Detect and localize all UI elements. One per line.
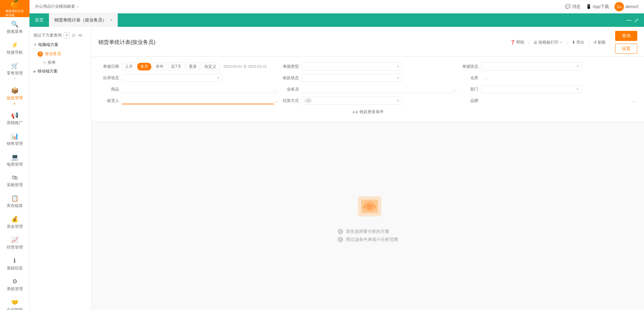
date-btn-custom[interactable]: 自定义	[201, 63, 219, 70]
filter-salesperson: 业务员 ...	[278, 84, 458, 95]
tab-actions: — ⤢	[626, 17, 644, 23]
page-header: 销货单统计表(按业务员) ❓ 帮助 | 🖨 按模板打印 ▼ | ⬇	[92, 27, 644, 57]
date-label: 单据日期	[98, 64, 122, 69]
sidebar-item-search[interactable]: 🔍 搜索菜单	[0, 17, 29, 38]
settings-button[interactable]: 设置	[615, 44, 637, 54]
tab-home-label: 首页	[35, 17, 44, 23]
salesperson-label: 业务员	[278, 87, 302, 92]
warehouse-input[interactable]: ...	[481, 74, 490, 82]
retail-icon: 🛒	[11, 62, 18, 69]
logo-text: 畅捷通好生意标准版	[6, 9, 24, 17]
filter-settlement: 结算方式 × ▾	[278, 95, 458, 106]
date-btn-last-month[interactable]: 上月	[122, 63, 136, 70]
date-range: 2023-03-01 至 2023-03-31	[223, 64, 267, 69]
goods-input[interactable]: ...	[122, 86, 278, 93]
help-btn[interactable]: ❓ 帮助	[510, 40, 524, 45]
avatar: Ea	[614, 2, 624, 11]
settlement-content: × ▾	[302, 97, 458, 105]
status-select[interactable]: ▾	[481, 62, 582, 70]
sidebar-item-basic[interactable]: ℹ 基础信息	[0, 254, 29, 274]
payment-select[interactable]: ▾	[302, 74, 402, 82]
app-icon: 📱	[586, 4, 591, 9]
goods-ellipsis: ...	[273, 87, 277, 92]
sidebar-item-inventory[interactable]: 📋 库存核算	[0, 191, 29, 212]
tree-mobile-scheme[interactable]: ▶ 移动端方案	[30, 67, 91, 76]
brand-label: 品牌	[458, 98, 481, 104]
filter-payment: 收款状态 ▾	[278, 72, 458, 84]
dept-select[interactable]: ▾	[481, 85, 582, 93]
message-btn[interactable]: 💬 消息	[565, 4, 581, 10]
filter-area: 单据日期 上月 本月 本年 近7天 更多 自定义 2023-03-01 至 20…	[92, 57, 644, 122]
date-btn-this-month[interactable]: 本月	[137, 63, 151, 70]
settlement-tag-close-btn[interactable]: ×	[308, 99, 310, 103]
tip-num-1: 1	[338, 229, 343, 234]
refresh-btn[interactable]: ↺ 刷新	[593, 40, 606, 45]
ecommerce-icon: 💻	[11, 153, 18, 161]
sidebar-item-cooperation[interactable]: 🤝 企业协同	[0, 295, 29, 310]
tab-close-btn[interactable]: ×	[110, 18, 112, 22]
tip-item-1: 1 请先选择要分析的方案	[338, 228, 398, 235]
salesperson-input[interactable]: ...	[302, 86, 458, 93]
tree-child-salesperson[interactable]: 员 按业务员	[30, 49, 91, 58]
shortcut-icon: ⚡	[11, 41, 18, 49]
payment-content: ▾	[302, 74, 458, 82]
empty-state: 1 请先选择要分析的方案 2 用过滤条件来缩小分析范围	[92, 122, 644, 310]
tab-expand-btn[interactable]: ⤢	[634, 17, 639, 23]
user-menu[interactable]: Ea demo2	[614, 2, 639, 11]
sidebar-item-operations[interactable]: 📈 经营管理	[0, 233, 29, 254]
sidebar-item-system[interactable]: ⚙ 系统管理	[0, 274, 29, 295]
collapse-panel-btn[interactable]: ≪	[78, 33, 83, 38]
type-arrow-icon: ▾	[397, 64, 399, 69]
tip-text-2: 用过滤条件来缩小分析范围	[346, 237, 398, 243]
sidebar-item-label: 企业协同	[7, 307, 23, 310]
print-btn[interactable]: 🖨 按模板打印 ▼	[533, 40, 563, 45]
sidebar-item-shortcut[interactable]: ⚡ 快捷导航	[0, 38, 29, 59]
salesperson-scheme-label: 按业务员	[45, 51, 61, 57]
consignee-label: 收货人	[98, 98, 122, 104]
settlement-label: 结算方式	[278, 98, 302, 104]
out-status-select[interactable]: ▾	[122, 74, 222, 82]
sidebar-item-ecommerce[interactable]: 💻 电商管理	[0, 150, 29, 171]
app-download-btn[interactable]: 📱 App下载	[586, 4, 609, 10]
tree-mobile-label: 移动端方案	[38, 68, 58, 74]
sidebar-item-sales[interactable]: 📊 销售管理	[0, 129, 29, 150]
sidebar-item-label: 基础信息	[7, 265, 23, 271]
tree-pc-scheme[interactable]: ▼ 电脑端方案	[30, 40, 91, 49]
copy-scheme-btn[interactable]: ⊙	[72, 33, 76, 38]
filter-status: 单据状态 ▾	[458, 61, 637, 72]
tree-pc-label: 电脑端方案	[38, 42, 58, 48]
type-select[interactable]: ▾	[302, 62, 402, 70]
filter-type: 单据类型 ▾	[278, 61, 458, 72]
date-btn-7days[interactable]: 近7天	[168, 63, 184, 70]
finance-icon: 💰	[11, 215, 18, 223]
status-label: 单据状态	[458, 64, 481, 69]
sidebar-item-wholesale[interactable]: 📦 批发管理 ▲	[0, 84, 29, 108]
consignee-input[interactable]	[122, 97, 274, 104]
date-btn-more[interactable]: 更多	[186, 63, 200, 70]
sidebar-item-label: 资金管理	[7, 224, 23, 229]
tab-minimize-btn[interactable]: —	[626, 17, 632, 23]
settlement-arrow-icon: ▾	[397, 98, 399, 103]
query-button[interactable]: 查询	[615, 31, 637, 41]
warehouse-label: 仓库	[458, 75, 481, 81]
refresh-label: 刷新	[598, 40, 606, 45]
date-btn-this-year[interactable]: 本年	[153, 63, 167, 70]
warehouse-ellipsis: ...	[484, 75, 487, 80]
add-scheme-btn[interactable]: +	[64, 32, 70, 38]
export-btn[interactable]: ⬇ 导出	[572, 40, 584, 45]
tab-current[interactable]: 销货单统计表（按业务员） ×	[49, 13, 118, 27]
collapse-btn[interactable]: ∧∧ 收起更多条件	[350, 106, 386, 117]
divider1: |	[528, 40, 529, 45]
tree-sub-order[interactable]: ⊞ 按单	[30, 58, 91, 67]
sidebar-item-purchase[interactable]: 🛍 采购管理	[0, 171, 29, 191]
tab-home[interactable]: 首页	[30, 13, 49, 27]
filter-brand: 品牌 ...	[458, 95, 637, 106]
sidebar-item-marketing[interactable]: 📢 营销推广	[0, 108, 29, 129]
settlement-select[interactable]: × ▾	[302, 97, 402, 105]
brand-input[interactable]: ...	[481, 97, 637, 104]
sidebar-item-retail[interactable]: 🛒 零售管理 ▼	[0, 59, 29, 84]
sidebar-item-finance[interactable]: 💰 资金管理	[0, 212, 29, 233]
collapse-label: 收起更多条件	[360, 109, 384, 115]
panel-header: 按以下方案查询 + ⊙ ≪	[30, 30, 91, 40]
right-content: 销货单统计表(按业务员) ❓ 帮助 | 🖨 按模板打印 ▼ | ⬇	[92, 27, 644, 310]
